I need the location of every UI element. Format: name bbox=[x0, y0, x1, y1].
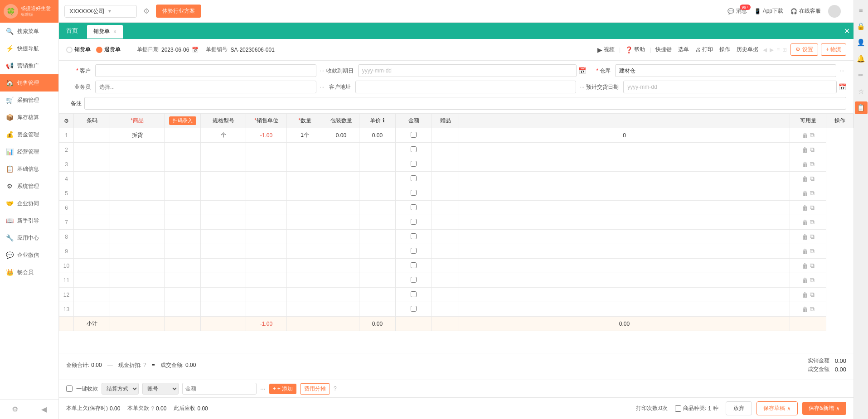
row-price[interactable]: 0.00 bbox=[323, 128, 359, 143]
copy-icon[interactable]: ⧉ bbox=[810, 233, 815, 241]
copy-icon[interactable]: ⧉ bbox=[810, 204, 815, 212]
tab-sales-order[interactable]: 销货单 × bbox=[87, 25, 123, 39]
copy-icon[interactable]: ⧉ bbox=[810, 218, 815, 226]
trial-button[interactable]: 体验行业方案 bbox=[156, 5, 201, 18]
row-product[interactable] bbox=[110, 143, 165, 157]
delete-icon[interactable]: 🗑 bbox=[802, 306, 808, 313]
right-panel-icon-2[interactable]: 🔒 bbox=[855, 20, 868, 33]
total-debt-help-icon[interactable]: ? bbox=[151, 405, 154, 412]
copy-icon[interactable]: ⧉ bbox=[810, 262, 815, 270]
delete-icon[interactable]: 🗑 bbox=[802, 219, 808, 226]
delete-icon[interactable]: 🗑 bbox=[802, 161, 808, 168]
sidebar-item-finance[interactable]: 💰 资金管理 bbox=[0, 126, 58, 143]
discount-help-icon[interactable]: ? bbox=[143, 362, 146, 368]
row-remark-cell[interactable] bbox=[432, 143, 459, 157]
fee-help-icon[interactable]: ? bbox=[334, 385, 337, 392]
sidebar-item-appstore[interactable]: 🔧 应用中心 bbox=[0, 229, 58, 246]
copy-icon[interactable]: ⧉ bbox=[810, 160, 815, 168]
history-btn[interactable]: 历史单据 bbox=[735, 45, 760, 54]
sidebar-item-operations[interactable]: 📊 经营管理 bbox=[0, 143, 58, 160]
sidebar-item-quicknav[interactable]: ⚡ 快捷导航 bbox=[0, 40, 58, 57]
radio-sale[interactable]: 销货单 bbox=[66, 46, 91, 53]
row-remark-cell[interactable] bbox=[432, 128, 459, 143]
gift-checkbox[interactable] bbox=[411, 219, 417, 225]
fee-split-button[interactable]: 费用分摊 bbox=[300, 383, 330, 395]
right-panel-icon-3[interactable]: 👤 bbox=[855, 36, 868, 49]
gift-checkbox[interactable] bbox=[411, 306, 417, 312]
sidebar-item-basic[interactable]: 📋 基础信息 bbox=[0, 160, 58, 178]
gift-checkbox[interactable] bbox=[411, 132, 417, 138]
online-service-button[interactable]: 🎧 在线客服 bbox=[790, 7, 821, 15]
right-panel-icon-6[interactable]: ☆ bbox=[855, 85, 868, 98]
sidebar-item-purchase[interactable]: 🛒 采购管理 bbox=[0, 92, 58, 109]
save-new-button[interactable]: 保存&新增 ∧ bbox=[802, 402, 846, 415]
delete-icon[interactable]: 🗑 bbox=[802, 146, 808, 154]
payment-dots[interactable]: ··· bbox=[260, 385, 266, 392]
gift-checkbox[interactable] bbox=[411, 161, 417, 167]
sidebar-item-system[interactable]: ⚙ 系统管理 bbox=[0, 178, 58, 195]
print-btn[interactable]: 🖨 打印 bbox=[693, 45, 715, 54]
calc-method-select[interactable]: 结算方式 bbox=[102, 383, 139, 395]
expected-date-input[interactable] bbox=[623, 81, 837, 93]
delete-icon[interactable]: 🗑 bbox=[802, 262, 808, 270]
gift-checkbox[interactable] bbox=[411, 248, 417, 254]
remark-input[interactable] bbox=[84, 97, 846, 110]
delete-icon[interactable]: 🗑 bbox=[802, 248, 808, 255]
salesperson-dots[interactable]: ··· bbox=[318, 84, 326, 90]
delete-icon[interactable]: 🗑 bbox=[802, 204, 808, 212]
gift-checkbox[interactable] bbox=[411, 190, 417, 196]
tab-close-icon[interactable]: × bbox=[113, 29, 116, 35]
salesperson-input[interactable] bbox=[95, 81, 316, 93]
row-gift[interactable] bbox=[396, 128, 432, 143]
settings-bottom-icon[interactable]: ⚙ bbox=[10, 403, 20, 415]
expected-date-cal-icon[interactable]: 📅 bbox=[839, 83, 846, 91]
copy-icon[interactable]: ⧉ bbox=[810, 146, 815, 154]
warehouse-dots[interactable]: ··· bbox=[838, 67, 846, 74]
sidebar-item-member[interactable]: 👑 畅会员 bbox=[0, 264, 58, 281]
gift-checkbox[interactable] bbox=[411, 277, 417, 283]
delete-icon[interactable]: 🗑 bbox=[802, 291, 808, 299]
row-price[interactable] bbox=[323, 143, 359, 157]
right-panel-icon-5[interactable]: ✏ bbox=[855, 69, 868, 82]
help-btn[interactable]: ❓ 帮助 bbox=[623, 45, 647, 54]
company-selector[interactable]: XXXXXX公司 ▼ bbox=[64, 5, 137, 18]
message-button[interactable]: 💬 消息 99+ bbox=[727, 7, 747, 15]
row-qty[interactable]: -1.00 bbox=[246, 128, 287, 143]
sidebar-item-guide[interactable]: 📖 新手引导 bbox=[0, 212, 58, 229]
row-spec[interactable] bbox=[165, 143, 201, 157]
row-gift[interactable] bbox=[396, 143, 432, 157]
tab-home[interactable]: 首页 bbox=[59, 23, 85, 39]
gift-checkbox[interactable] bbox=[411, 262, 417, 268]
row-spec[interactable] bbox=[165, 128, 201, 143]
user-avatar[interactable] bbox=[828, 5, 841, 18]
video-btn[interactable]: ▶ 视频 bbox=[596, 45, 616, 54]
one-click-checkbox[interactable] bbox=[66, 385, 73, 392]
row-barcode[interactable] bbox=[74, 143, 110, 157]
flow-button[interactable]: + 物流 bbox=[821, 43, 846, 56]
calendar-icon[interactable]: 📅 bbox=[192, 47, 199, 53]
right-panel-icon-7[interactable]: 📋 bbox=[855, 101, 868, 114]
delete-icon[interactable]: 🗑 bbox=[802, 277, 808, 284]
sidebar-item-enterprise[interactable]: 🤝 企业协同 bbox=[0, 195, 58, 212]
doc-num-value[interactable]: SA-20230606-001 bbox=[230, 47, 274, 53]
add-payment-button[interactable]: + + 添加 bbox=[269, 384, 296, 394]
customer-dots[interactable]: ··· bbox=[318, 67, 326, 74]
topbar-gear-icon[interactable]: ⚙ bbox=[141, 5, 151, 17]
row-qty[interactable] bbox=[246, 143, 287, 157]
table-container[interactable]: ⚙ 条码 *商品 扫码录入 规格型号 *销售单位 *数量 包装数量 单价 ℹ 金… bbox=[59, 113, 853, 353]
row-pkg-qty[interactable] bbox=[287, 143, 323, 157]
customer-addr-dots[interactable]: ··· bbox=[578, 84, 586, 90]
abandon-button[interactable]: 放弃 bbox=[726, 401, 752, 415]
gift-checkbox[interactable] bbox=[411, 204, 417, 210]
close-all-tabs[interactable]: ✕ bbox=[844, 27, 850, 35]
sidebar-item-search[interactable]: 🔍 搜索菜单 bbox=[0, 23, 58, 40]
payment-date-input[interactable] bbox=[358, 64, 577, 77]
copy-icon[interactable]: ⧉ bbox=[810, 189, 815, 197]
delete-icon[interactable]: 🗑 bbox=[802, 233, 808, 241]
customer-input[interactable] bbox=[95, 64, 316, 77]
payment-date-cal-icon[interactable]: 📅 bbox=[578, 67, 586, 74]
copy-icon[interactable]: ⧉ bbox=[810, 131, 815, 139]
collapse-icon[interactable]: ◀ bbox=[39, 403, 48, 415]
product-type-checkbox[interactable] bbox=[675, 405, 681, 412]
app-download-button[interactable]: 📱 App下载 bbox=[754, 7, 783, 15]
